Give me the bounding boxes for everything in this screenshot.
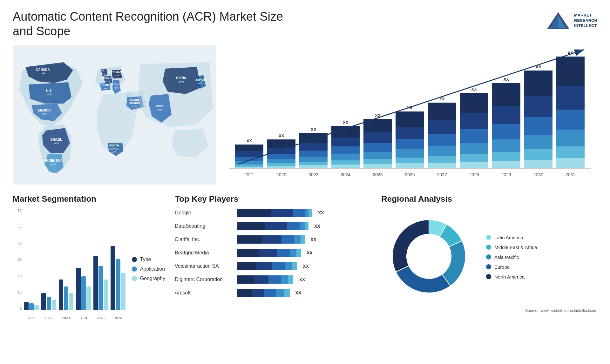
header: Automatic Content Recognition (ACR) Mark… bbox=[13, 10, 597, 38]
bar-stack bbox=[267, 139, 295, 168]
svg-text:xx%: xx% bbox=[112, 151, 116, 153]
player-bar-seg bbox=[252, 289, 264, 297]
player-bar-container bbox=[237, 222, 308, 230]
bar-year-label: 2027 bbox=[428, 170, 456, 177]
bar-year-label: 2031 bbox=[556, 170, 585, 177]
bar-group: XX bbox=[492, 48, 520, 168]
bar-year-label: 2021 bbox=[235, 170, 263, 177]
player-xx-label: XX bbox=[299, 277, 305, 282]
germany-label: GERMANY bbox=[109, 71, 124, 74]
spain-label: SPAIN bbox=[101, 84, 109, 87]
bar-xx-label: XX bbox=[439, 97, 444, 101]
bar-stack bbox=[299, 133, 328, 168]
seg-bar bbox=[59, 280, 63, 310]
player-xx-label: XX bbox=[318, 210, 324, 215]
bar-segment bbox=[524, 117, 552, 135]
player-bar-seg bbox=[300, 222, 305, 230]
seg-chart: 60 50 40 30 20 10 0 202120 bbox=[13, 209, 125, 329]
player-bar-seg bbox=[268, 275, 281, 284]
bar-group: XX bbox=[331, 48, 360, 168]
bar-year-label: 2026 bbox=[396, 170, 424, 177]
logo-text: MARKET RESEARCH INTELLECT bbox=[574, 13, 597, 29]
bar-segment bbox=[524, 149, 552, 160]
player-bar-container bbox=[237, 262, 297, 270]
seg-x-label: 2021 bbox=[24, 316, 39, 320]
svg-text:xx%: xx% bbox=[178, 80, 184, 83]
player-name: DataScouting bbox=[175, 223, 234, 229]
bar-segment bbox=[331, 126, 360, 137]
bar-year-label: 2022 bbox=[267, 170, 295, 177]
player-bar-seg bbox=[281, 235, 294, 244]
player-bar-seg bbox=[308, 209, 312, 217]
bar-segment bbox=[524, 135, 552, 149]
player-bar-seg bbox=[296, 249, 301, 257]
player-bar-seg bbox=[237, 262, 256, 270]
svg-text:AFRICA: AFRICA bbox=[109, 147, 119, 150]
player-name: Clarifai Inc. bbox=[175, 237, 234, 242]
seg-legend: Type Application Geography bbox=[132, 257, 165, 281]
bar-xx-label: XX bbox=[375, 113, 380, 118]
bar-segment bbox=[524, 71, 552, 96]
logo-icon bbox=[546, 10, 571, 32]
seg-chart-inner: 60 50 40 30 20 10 0 202120 bbox=[13, 209, 125, 320]
bar-segment bbox=[363, 143, 392, 152]
seg-bar bbox=[29, 303, 34, 310]
bar-segment bbox=[556, 110, 585, 130]
seg-bar bbox=[86, 286, 91, 310]
seg-bar bbox=[69, 293, 73, 310]
seg-bar-group bbox=[111, 209, 125, 310]
bar-group: XX bbox=[267, 48, 295, 168]
seg-bar bbox=[41, 293, 46, 310]
key-players-area: Top Key Players GoogleXXDataScoutingXXCl… bbox=[175, 194, 372, 353]
player-xx-label: XX bbox=[314, 224, 320, 229]
player-name: Voiceinteraction SA bbox=[175, 263, 234, 269]
latin-america-dot bbox=[486, 235, 491, 240]
bar-stack bbox=[235, 145, 263, 168]
seg-bar bbox=[76, 268, 80, 310]
application-dot bbox=[132, 266, 137, 272]
bar-years: 2021202220232024202520262027202820292030… bbox=[229, 170, 591, 177]
bar-segment bbox=[299, 133, 328, 143]
player-bar-container bbox=[237, 289, 290, 297]
saudi-label: SAUDI bbox=[130, 98, 139, 101]
bar-segment bbox=[363, 152, 392, 159]
svg-text:xx%: xx% bbox=[114, 74, 119, 77]
bar-segment bbox=[235, 167, 263, 168]
svg-text:xx%: xx% bbox=[102, 87, 107, 90]
seg-x-label: 2022 bbox=[41, 316, 56, 320]
argentina-label: ARGENTINA bbox=[44, 159, 63, 162]
player-name: Arcsoft bbox=[175, 290, 234, 296]
bar-segment bbox=[460, 162, 488, 168]
svg-text:xx%: xx% bbox=[40, 72, 45, 75]
segmentation-area: Market Segmentation 60 50 40 30 20 10 0 bbox=[13, 194, 165, 353]
player-bar-seg bbox=[294, 235, 301, 244]
south-africa-label: SOUTH bbox=[109, 144, 119, 147]
svg-text:xx%: xx% bbox=[53, 142, 59, 145]
bar-segment bbox=[524, 96, 552, 117]
bar-segment bbox=[428, 156, 456, 163]
bar-xx-label: XX bbox=[504, 77, 509, 82]
seg-bar bbox=[81, 276, 86, 310]
seg-bar bbox=[104, 280, 108, 310]
bar-segment bbox=[460, 113, 488, 129]
bar-segment bbox=[235, 151, 263, 157]
bar-group: XX bbox=[556, 48, 585, 168]
japan-label: JAPAN bbox=[195, 78, 205, 81]
seg-x-label: 2025 bbox=[93, 316, 108, 320]
player-xx-label: XX bbox=[310, 237, 316, 242]
player-name: Digimarc Corporation bbox=[175, 277, 234, 282]
player-bar-seg bbox=[237, 289, 252, 297]
logo-area: MARKET RESEARCH INTELLECT bbox=[546, 10, 597, 32]
bar-segment bbox=[363, 119, 392, 132]
player-bar-seg bbox=[277, 249, 290, 257]
player-bar-seg bbox=[301, 235, 305, 244]
bar-segment bbox=[460, 154, 488, 162]
seg-bar-group bbox=[76, 209, 91, 310]
bar-segment bbox=[267, 159, 295, 163]
player-row: Beatgrid MediaXX bbox=[175, 249, 372, 257]
legend-middle-east: Middle East & Africa bbox=[486, 245, 537, 250]
regional-area: Regional Analysis Latin Americ bbox=[381, 194, 597, 353]
source-text: Source : www.marketresearchintellect.com bbox=[381, 308, 597, 313]
map-container: CANADA xx% U.S. xx% MEXICO xx% BRAZIL xx… bbox=[13, 45, 216, 185]
player-bar-seg bbox=[237, 235, 262, 244]
